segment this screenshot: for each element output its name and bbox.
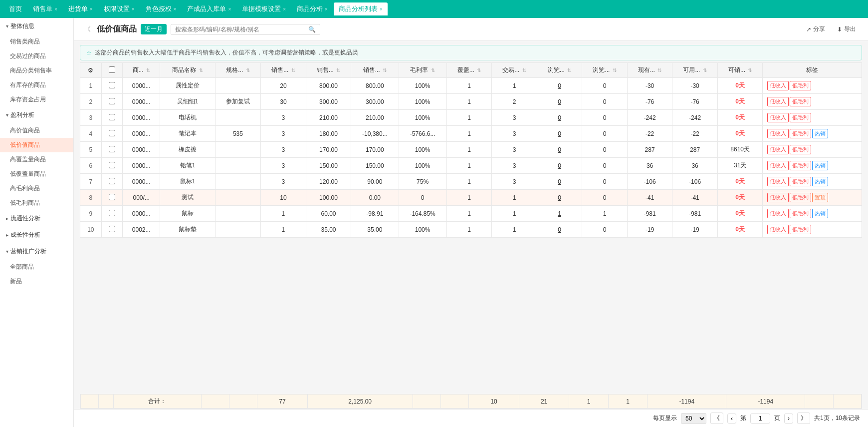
nav-role-auth[interactable]: 角色授权 ×	[141, 2, 182, 15]
nav-close-icon[interactable]: ×	[325, 6, 328, 12]
row-browse1[interactable]: 0	[558, 114, 561, 121]
row-checkbox[interactable]	[109, 194, 115, 200]
per-page-select[interactable]: 50 100 200	[681, 413, 706, 424]
filter-period-button[interactable]: 近一月	[141, 24, 167, 34]
nav-product-analysis-list[interactable]: 商品分析列表 ×	[334, 2, 388, 15]
tag-badge[interactable]: 低毛利	[790, 161, 811, 170]
row-name[interactable]: 属性定价	[160, 78, 215, 94]
browse2-column-header[interactable]: 浏览... ⇅	[582, 63, 628, 78]
row-name[interactable]: 电话机	[160, 110, 215, 126]
share-button[interactable]: ↗ 分享	[802, 23, 829, 35]
tag-badge[interactable]: 低收入	[767, 81, 789, 90]
tag-badge[interactable]: 低收入	[767, 161, 789, 170]
row-browse1[interactable]: 0	[558, 146, 561, 153]
sidebar-item-new-products[interactable]: 新品	[0, 274, 73, 289]
sales-qty-column-header[interactable]: 销售... ⇅	[261, 63, 306, 78]
sidebar-item-sales-products[interactable]: 销售类商品	[0, 34, 73, 49]
row-browse1[interactable]: 0	[558, 194, 561, 201]
nav-purchase-order[interactable]: 进货单 ×	[63, 2, 98, 15]
tag-badge[interactable]: 低收入	[767, 129, 789, 138]
tag-badge[interactable]: 低收入	[767, 177, 789, 186]
tag-badge[interactable]: 低毛利	[790, 97, 811, 106]
sidebar-section-growth[interactable]: ▸ 成长性分析	[0, 227, 73, 243]
tag-badge[interactable]: 低收入	[767, 193, 789, 202]
sidebar-item-high-margin[interactable]: 高毛利商品	[0, 181, 73, 196]
sidebar-section-profit[interactable]: ▾ 盈利分析	[0, 107, 73, 123]
nav-permissions[interactable]: 权限设置 ×	[99, 2, 140, 15]
nav-template-settings[interactable]: 单据模板设置 ×	[237, 2, 291, 15]
saleable-column-header[interactable]: 可销... ⇅	[717, 63, 763, 78]
tag-badge[interactable]: 置顶	[812, 193, 828, 202]
tag-badge[interactable]: 低收入	[767, 145, 789, 154]
sales-amount-column-header[interactable]: 销售... ⇅	[306, 63, 351, 78]
available-column-header[interactable]: 可用... ⇅	[672, 63, 718, 78]
row-checkbox[interactable]	[109, 178, 115, 184]
sidebar-item-all-products[interactable]: 全部商品	[0, 260, 73, 274]
sidebar-item-high-coverage[interactable]: 高覆盖量商品	[0, 152, 73, 167]
nav-close-icon[interactable]: ×	[228, 6, 231, 12]
row-browse1[interactable]: 0	[558, 162, 561, 169]
tag-badge[interactable]: 热销	[812, 177, 828, 186]
nav-sales-order[interactable]: 销售单 ×	[28, 2, 62, 15]
code-column-header[interactable]: 商... ⇅	[122, 63, 160, 78]
sidebar-item-low-coverage[interactable]: 低覆盖量商品	[0, 167, 73, 181]
tag-badge[interactable]: 热销	[812, 129, 828, 138]
row-browse1[interactable]: 0	[558, 130, 561, 137]
search-input[interactable]	[175, 26, 306, 33]
tag-badge[interactable]: 低毛利	[790, 193, 811, 202]
row-browse1[interactable]: 0	[558, 178, 561, 185]
current-column-header[interactable]: 现有... ⇅	[627, 63, 672, 78]
row-name[interactable]: 铅笔1	[160, 158, 215, 174]
search-icon[interactable]: 🔍	[308, 26, 316, 33]
nav-close-icon[interactable]: ×	[283, 6, 286, 12]
tag-badge[interactable]: 低收入	[767, 225, 789, 234]
tag-badge[interactable]: 低收入	[767, 113, 789, 122]
spec-column-header[interactable]: 规格... ⇅	[215, 63, 260, 78]
row-name[interactable]: 测试	[160, 190, 215, 206]
nav-close-icon[interactable]: ×	[174, 6, 177, 12]
row-checkbox[interactable]	[109, 130, 115, 136]
nav-product-analysis[interactable]: 商品分析 ×	[292, 2, 333, 15]
tag-badge[interactable]: 低毛利	[790, 129, 811, 138]
cover-column-header[interactable]: 覆盖... ⇅	[446, 63, 492, 78]
sidebar-item-stock-capital[interactable]: 库存资金占用	[0, 92, 73, 107]
nav-close-icon[interactable]: ×	[54, 6, 57, 12]
tag-badge[interactable]: 低毛利	[790, 145, 811, 154]
tag-badge[interactable]: 低毛利	[790, 209, 811, 218]
prev-page-button[interactable]: ‹	[727, 414, 736, 424]
sidebar-item-low-margin[interactable]: 低毛利商品	[0, 196, 73, 210]
row-checkbox[interactable]	[109, 82, 115, 88]
sidebar-item-traded-products[interactable]: 交易过的商品	[0, 49, 73, 63]
row-name[interactable]: 吴细细1	[160, 94, 215, 110]
gross-rate-column-header[interactable]: 毛利率 ⇅	[399, 63, 446, 78]
row-name[interactable]: 橡皮擦	[160, 142, 215, 158]
row-name[interactable]: 鼠标	[160, 206, 215, 222]
nav-close-icon[interactable]: ×	[380, 6, 383, 12]
row-checkbox[interactable]	[109, 114, 115, 120]
sidebar-item-in-stock[interactable]: 有库存的商品	[0, 78, 73, 92]
page-input[interactable]	[750, 414, 770, 424]
row-name[interactable]: 笔记本	[160, 126, 215, 142]
row-browse1[interactable]: 0	[558, 82, 561, 89]
tag-badge[interactable]: 低毛利	[790, 177, 811, 186]
sidebar-section-liquidity[interactable]: ▸ 流通性分析	[0, 210, 73, 227]
row-checkbox[interactable]	[109, 98, 115, 104]
row-name[interactable]: 鼠标垫	[160, 222, 215, 238]
sidebar-section-overall[interactable]: ▾ 整体信息	[0, 18, 73, 34]
tag-badge[interactable]: 热销	[812, 209, 828, 218]
trade-column-header[interactable]: 交易... ⇅	[492, 63, 537, 78]
last-page-button[interactable]: 》	[797, 413, 810, 424]
sidebar-collapse-button[interactable]: 《	[82, 24, 93, 35]
row-browse1[interactable]: 0	[558, 98, 561, 105]
sales-price-column-header[interactable]: 销售... ⇅	[351, 63, 399, 78]
sidebar-section-marketing[interactable]: ▾ 营销推广分析	[0, 243, 73, 260]
tag-badge[interactable]: 低毛利	[790, 225, 811, 234]
row-browse1[interactable]: 1	[558, 210, 561, 217]
tag-badge[interactable]: 热销	[812, 161, 828, 170]
name-column-header[interactable]: 商品名称 ⇅	[160, 63, 215, 78]
row-browse1[interactable]: 0	[558, 226, 561, 233]
row-name[interactable]: 鼠标1	[160, 174, 215, 190]
select-all-checkbox[interactable]	[109, 66, 115, 73]
sidebar-item-low-value[interactable]: 低价值商品	[0, 138, 73, 152]
nav-close-icon[interactable]: ×	[132, 6, 135, 12]
